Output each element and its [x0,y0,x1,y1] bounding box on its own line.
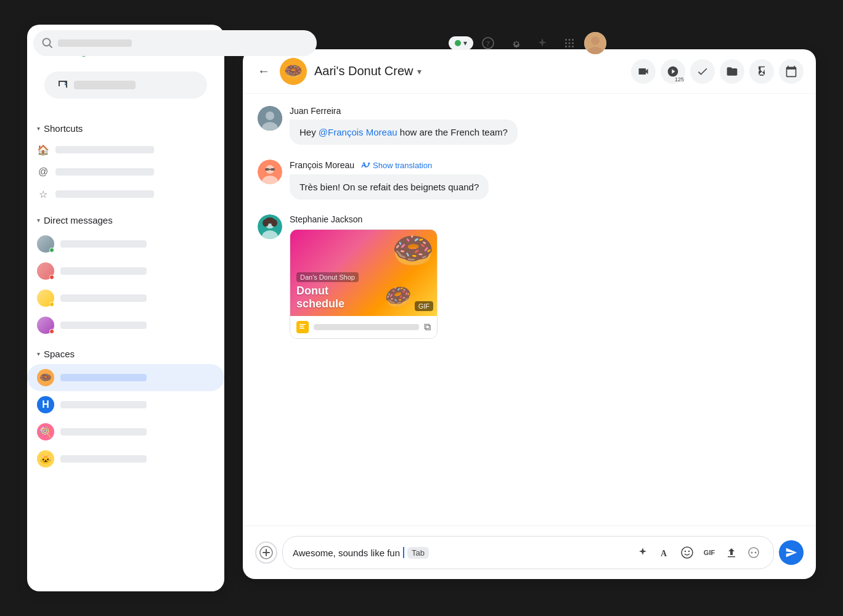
mention-francois: @François Moreau [319,127,397,137]
donut-decoration: 🍩 [392,233,434,267]
space-item-cat[interactable]: 🐱 [27,445,224,472]
donut-shop-label: Dan's Donut Shop [296,272,359,282]
ai-button[interactable] [530,31,555,55]
status-dropdown[interactable]: ▾ [449,36,473,50]
sidebar-item-home[interactable]: 🏠 [27,139,224,161]
add-attachment-button[interactable] [255,541,277,564]
shortcuts-section-header[interactable]: ▾ Shortcuts [27,118,224,139]
user-avatar[interactable] [584,32,606,54]
calendar-button[interactable] [779,59,804,84]
dm-item-3[interactable] [27,285,224,312]
space-item-donut-crew[interactable]: 🍩 [27,364,224,391]
svg-point-30 [755,552,757,554]
svg-text:A: A [661,549,667,558]
back-button[interactable]: ← [255,62,272,81]
donut-crew-label [60,374,147,381]
svg-rect-11 [271,168,275,171]
search-bar[interactable] [33,30,317,56]
juan-message-bubble: Hey @François Moreau how are the French … [290,120,518,145]
dm-label-1 [60,240,147,248]
apps-button[interactable] [557,31,582,55]
mention-icon: @ [37,166,49,178]
folder-button[interactable] [720,59,744,84]
space-item-h[interactable]: H [27,391,224,418]
dm-item-2[interactable] [27,257,224,285]
svg-point-39 [572,43,574,44]
svg-text:?: ? [486,39,489,48]
francois-avatar [258,160,282,184]
space-item-candy[interactable]: 🍭 [27,418,224,445]
card-footer: ⧉ [290,316,437,338]
starred-label [55,190,154,198]
starred-icon: ☆ [37,188,49,200]
card-copy-button[interactable]: ⧉ [424,322,431,333]
emoji-button[interactable] [677,543,697,562]
group-name-chevron-icon[interactable]: ▾ [417,67,422,76]
h-space-icon: H [37,396,54,413]
svg-point-26 [685,551,686,552]
juan-avatar [258,106,282,131]
more-input-options-button[interactable] [744,543,764,562]
dm-item-4[interactable] [27,312,224,339]
candy-space-label [60,428,147,436]
ai-compose-button[interactable] [633,543,653,562]
show-translation-button[interactable]: Show translation [359,160,432,171]
mention-label [55,168,154,176]
donut-crew-icon: 🍩 [37,369,54,386]
status-chevron-icon: ▾ [463,39,467,47]
card-type-icon [296,321,309,333]
gif-button[interactable]: GIF [699,543,719,562]
search-icon [42,38,53,49]
svg-point-27 [688,551,690,552]
juan-sender-name: Juan Ferreira [290,106,341,116]
dm-item-1[interactable] [27,230,224,257]
new-chat-button[interactable] [44,71,207,99]
tasks-button[interactable] [690,59,715,84]
dm-avatar-4 [37,317,54,334]
tab-chip: Tab [407,547,429,559]
donut-card: 🍩 🍩 Dan's Donut Shop Donut schedule GIF [290,229,438,339]
help-button[interactable]: ? [476,31,500,55]
dm-section-header[interactable]: ▾ Direct messages [27,210,224,230]
dm-label: Direct messages [44,215,113,225]
sidebar-item-starred[interactable]: ☆ [27,183,224,205]
spaces-section-header[interactable]: ▾ Spaces [27,344,224,364]
stephanie-avatar [258,214,282,239]
svg-point-41 [569,46,571,47]
settings-button[interactable] [503,31,527,55]
show-translation-label: Show translation [373,161,432,170]
stephanie-sender-name: Stephanie Jackson [290,214,362,224]
h-space-label [60,401,147,408]
upload-button[interactable] [722,543,741,562]
spaces-chevron-icon: ▾ [37,351,40,357]
send-button[interactable] [779,540,804,565]
stephanie-sender-row: Stephanie Jackson [290,214,801,224]
group-name: Aari's Donut Crew ▾ [314,64,422,78]
format-text-button[interactable]: A [655,543,675,562]
hourglass-button[interactable] [749,59,774,84]
donut-card-title: Donut schedule [296,285,432,311]
message-input-text[interactable]: Awesome, sounds like fun Tab [293,547,628,559]
cursor [403,547,404,558]
dm-avatar-2 [37,262,54,280]
online-status-1 [49,248,54,253]
spaces-label: Spaces [44,349,75,359]
message-input-area: Awesome, sounds like fun Tab A [243,525,816,579]
new-chat-placeholder [74,81,136,89]
sidebar-item-mentions[interactable]: @ [27,161,224,183]
dm-label-2 [60,267,147,275]
message-group-francois: François Moreau Show translation Très bi… [258,160,801,200]
candy-space-icon: 🍭 [37,423,54,440]
cat-space-label [60,455,147,463]
top-nav-bar: ▾ ? [27,25,816,62]
nav-right-icons: ▾ ? [449,31,606,55]
francois-message-bubble: Très bien! On se refait des beignets qua… [290,174,489,200]
header-actions: 125 [631,59,804,84]
svg-point-36 [572,39,574,41]
dm-label-4 [60,322,147,329]
dnd-status-2 [49,275,54,280]
video-call-button[interactable] [631,59,656,84]
message-group-juan: Juan Ferreira Hey @François Moreau how a… [258,106,801,145]
svg-rect-20 [299,324,306,325]
mentions-button[interactable]: 125 [661,59,685,84]
